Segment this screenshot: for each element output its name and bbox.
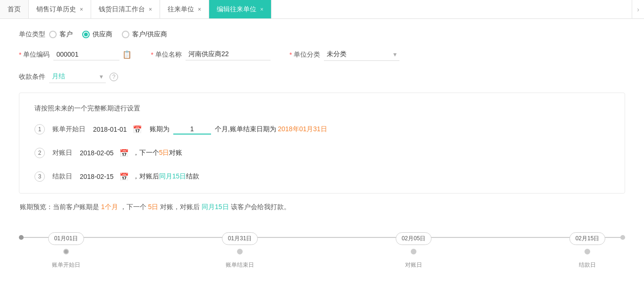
step-num-2: 2 (34, 148, 45, 158)
preview-part3: 同月15日 (202, 203, 229, 211)
payment-terms-help[interactable]: ? (110, 73, 118, 81)
unit-category-star: * (289, 51, 292, 59)
step-cal-2[interactable]: 📅 (119, 149, 129, 158)
tab-cash-work-close[interactable]: × (149, 7, 152, 12)
radio-both-label: 客户/供应商 (132, 30, 167, 39)
preview-part2: 5日 (148, 203, 158, 211)
preview-part1-suffix: ，下一个 (120, 203, 146, 211)
tab-edit-partner-close[interactable]: × (260, 7, 263, 12)
step-num-3: 3 (34, 171, 45, 182)
main-content: 单位类型 客户 供应商 客户/供应商 * 单位编码 (0, 19, 644, 287)
tl-label-3: 结款日 (579, 261, 596, 269)
tl-point-1: 01月31日 账单结束日 (221, 232, 259, 269)
unit-code-input[interactable] (53, 49, 119, 60)
timeline: 01月01日 账单开始日 01月31日 账单结束日 02月05日 对账日 02月… (19, 223, 625, 287)
radio-supplier-circle (82, 31, 90, 38)
step-label-2: 对账日 (52, 149, 72, 157)
tl-label-1: 账单结束日 (226, 261, 254, 269)
tl-point-3: 02月15日 结款日 (568, 232, 606, 269)
step-desc-3-highlight: 同月15日 (159, 172, 186, 181)
tab-partner[interactable]: 往来单位 × (160, 0, 209, 18)
tab-partner-close[interactable]: × (198, 7, 201, 12)
tab-home[interactable]: 首页 (0, 0, 29, 18)
preview-part1: 1个月 (101, 203, 118, 211)
tl-label-2: 对账日 (405, 261, 422, 269)
step-period-end: 2018年01月31日 (278, 125, 327, 134)
tl-badge-3: 02月15日 (569, 232, 606, 245)
unit-code-label: 单位编码 (23, 51, 50, 59)
radio-customer[interactable]: 客户 (49, 30, 73, 39)
unit-type-label: 单位类型 (19, 30, 45, 39)
unit-code-star: * (19, 51, 21, 59)
unit-category-chevron: ▾ (393, 51, 397, 58)
step-cal-3[interactable]: 📅 (119, 172, 129, 181)
tab-scroll-arrow[interactable]: › (632, 0, 644, 18)
tab-partner-label: 往来单位 (168, 5, 194, 14)
tl-dot-2 (411, 249, 416, 254)
tl-badge-1: 01月31日 (222, 232, 258, 245)
tl-dot-3 (585, 249, 590, 254)
unit-category-select[interactable]: 未分类 ▾ (324, 48, 399, 61)
unit-name-star: * (151, 51, 153, 59)
payment-terms-select[interactable]: 月结 ▾ (49, 70, 106, 83)
step-period-unit: 个月,账单结束日期为 (215, 125, 276, 134)
payment-terms-label: 收款条件 (19, 73, 45, 81)
tab-sales-history[interactable]: 销售订单历史 × (29, 0, 91, 18)
radio-both-circle (122, 31, 129, 38)
tab-cash-work[interactable]: 钱货日清工作台 × (91, 0, 160, 18)
step-row-2: 2 对账日 2018-02-05 📅 ，下一个 5日 对账 (34, 148, 610, 158)
tl-dot-1 (237, 249, 243, 254)
radio-supplier[interactable]: 供应商 (82, 30, 112, 39)
unit-name-input[interactable] (186, 49, 271, 60)
payment-terms-chevron: ▾ (100, 73, 103, 80)
account-period-panel: 请按照未来的一个完整帐期进行设置 1 账单开始日 2018-01-01 📅 账期… (19, 93, 625, 194)
unit-category-label: 单位分类 (294, 51, 320, 59)
tab-sales-history-close[interactable]: × (80, 7, 83, 12)
tl-dot-0 (63, 249, 69, 254)
unit-type-radio-group: 客户 供应商 客户/供应商 (49, 30, 167, 39)
step-desc-3-suffix: 结款 (186, 172, 199, 181)
step-desc-2-highlight: 5日 (159, 149, 169, 157)
step-date-2: 2018-02-05 (80, 149, 114, 157)
payment-terms-value: 月结 (52, 72, 96, 81)
step-row-1: 1 账单开始日 2018-01-01 📅 账期为 个月,账单结束日期为 2018… (34, 124, 610, 135)
tab-home-label: 首页 (8, 5, 21, 14)
unit-name-label: 单位名称 (155, 51, 182, 59)
timeline-points: 01月01日 账单开始日 01月31日 账单结束日 02月05日 对账日 02月… (19, 232, 625, 269)
step-label-1: 账单开始日 (52, 125, 85, 134)
period-input[interactable] (173, 124, 211, 135)
unit-category-field: * 单位分类 未分类 ▾ (289, 48, 399, 61)
preview-part3-suffix: 该客户会给我打款。 (231, 203, 290, 211)
tl-badge-2: 02月05日 (396, 232, 432, 245)
radio-customer-circle (49, 31, 57, 38)
unit-info-row: * 单位编码 📋 * 单位名称 * 单位分类 未分类 ▾ (19, 48, 625, 61)
tl-point-2: 02月05日 对账日 (395, 232, 432, 269)
step-date-3: 2018-02-15 (80, 173, 114, 180)
unit-type-field: 单位类型 客户 供应商 客户/供应商 (19, 30, 167, 39)
step-desc-2-suffix: 对账 (169, 149, 182, 157)
unit-type-row: 单位类型 客户 供应商 客户/供应商 (19, 30, 625, 39)
unit-name-field: * 单位名称 (151, 49, 270, 60)
radio-supplier-label: 供应商 (93, 30, 112, 39)
tabs-bar: 首页 销售订单历史 × 钱货日清工作台 × 往来单位 × 编辑往来单位 × › (0, 0, 644, 19)
tab-edit-partner[interactable]: 编辑往来单位 × (209, 0, 271, 18)
tl-point-0: 01月01日 账单开始日 (47, 232, 85, 269)
unit-code-field: * 单位编码 📋 (19, 49, 132, 60)
preview-part2-suffix: 对账，对账后 (160, 203, 200, 211)
payment-terms-field: 收款条件 月结 ▾ ? (19, 70, 118, 83)
payment-terms-row: 收款条件 月结 ▾ ? (19, 70, 625, 83)
step-desc-2-prefix: ，下一个 (133, 149, 159, 157)
radio-both[interactable]: 客户/供应商 (122, 30, 167, 39)
unit-category-value: 未分类 (327, 50, 390, 59)
unit-code-icon[interactable]: 📋 (122, 50, 132, 59)
step-desc-3-prefix: ，对账后 (133, 172, 159, 181)
tl-badge-0: 01月01日 (48, 232, 85, 245)
step-row-3: 3 结款日 2018-02-15 📅 ，对账后 同月15日 结款 (34, 171, 610, 182)
step-date-1: 2018-01-01 (93, 126, 127, 133)
step-cal-1[interactable]: 📅 (133, 125, 142, 134)
step-num-1: 1 (34, 124, 45, 135)
preview-prefix: 账期预览：当前客户账期是 (20, 203, 99, 211)
step-period-label: 账期为 (150, 125, 169, 134)
panel-title: 请按照未来的一个完整帐期进行设置 (34, 104, 610, 113)
tab-cash-work-label: 钱货日清工作台 (99, 5, 145, 14)
